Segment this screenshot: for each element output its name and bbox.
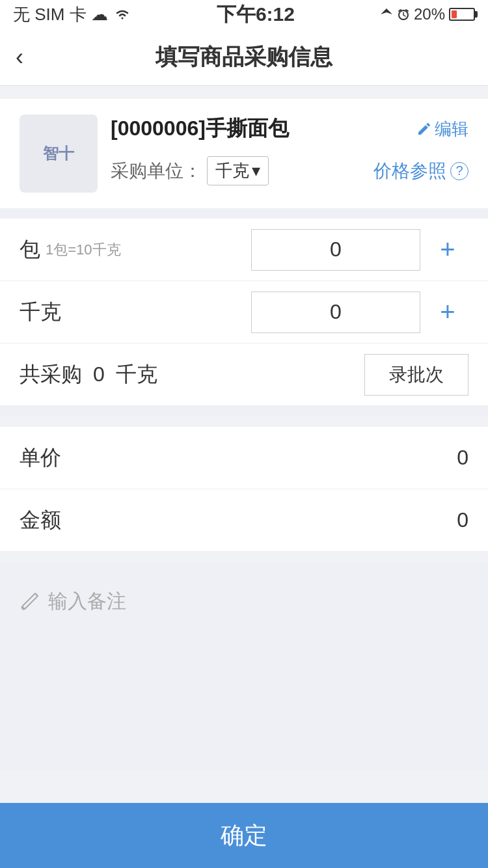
unit-value: 千克 <box>215 159 249 182</box>
unit-price-label: 单价 <box>20 444 61 472</box>
unit-price-value: 0 <box>457 446 468 470</box>
price-section: 单价 0 金额 0 <box>0 427 488 552</box>
product-logo-text: 智十 <box>43 143 74 164</box>
status-bar: 无 SIM 卡 ☁ 下午6:12 20% <box>0 0 488 29</box>
section-divider-1 <box>0 208 488 219</box>
section-divider-2 <box>0 406 488 416</box>
page-title: 填写商品采购信息 <box>156 42 332 72</box>
amount-row: 金额 0 <box>0 489 488 552</box>
location-icon <box>380 8 393 21</box>
bag-input-row: 包 1包=10千克 0 + <box>0 219 488 281</box>
bag-value-input[interactable]: 0 <box>251 229 420 271</box>
product-name-row: [0000006]手撕面包 编辑 <box>111 115 468 143</box>
status-time: 下午6:12 <box>217 1 295 28</box>
note-placeholder: 输入备注 <box>48 588 126 615</box>
bag-label: 包 <box>20 236 40 264</box>
price-ref-link[interactable]: 价格参照 ? <box>373 159 468 183</box>
purchase-unit-row: 采购单位： 千克 ▾ 价格参照 ? <box>111 156 468 185</box>
edit-icon <box>416 121 432 137</box>
bag-plus-button[interactable]: + <box>427 229 468 271</box>
amount-label: 金额 <box>20 506 61 535</box>
nav-bar: ‹ 填写商品采购信息 <box>0 29 488 86</box>
unit-label: 采购单位： <box>111 159 202 183</box>
product-name: [0000006]手撕面包 <box>111 115 289 143</box>
product-thumbnail: 智十 <box>20 115 98 193</box>
kg-label: 千克 <box>20 298 61 327</box>
amount-value: 0 <box>457 508 468 532</box>
summary-prefix: 共采购 <box>20 362 82 386</box>
confirm-button[interactable]: 确定 <box>0 803 488 868</box>
input-section: 包 1包=10千克 0 + 千克 0 + 共采购 0 千克 录批次 <box>0 219 488 406</box>
kg-input-row: 千克 0 + <box>0 281 488 344</box>
battery-percent: 20% <box>414 5 445 23</box>
batch-button[interactable]: 录批次 <box>364 354 468 396</box>
back-button[interactable]: ‹ <box>16 44 23 71</box>
status-right: 20% <box>380 5 475 23</box>
bag-sub-label: 1包=10千克 <box>46 240 121 260</box>
status-left: 无 SIM 卡 ☁ <box>13 3 131 26</box>
bottom-spacer <box>0 640 488 770</box>
price-ref-info-icon: ? <box>450 162 468 180</box>
note-section[interactable]: 输入备注 <box>0 562 488 640</box>
unit-price-row: 单价 0 <box>0 427 488 489</box>
summary-row: 共采购 0 千克 录批次 <box>0 344 488 406</box>
unit-dropdown[interactable]: 千克 ▾ <box>207 156 269 185</box>
product-info: [0000006]手撕面包 编辑 采购单位： 千克 ▾ 价格参照 ? <box>111 115 468 185</box>
kg-input-control: 0 + <box>61 292 468 333</box>
alarm-icon <box>397 8 410 21</box>
summary-value: 0 <box>93 362 105 386</box>
dropdown-arrow-icon: ▾ <box>252 161 260 181</box>
signal-text: 无 SIM 卡 ☁ <box>13 3 108 26</box>
kg-plus-button[interactable]: + <box>427 292 468 333</box>
summary-text: 共采购 0 千克 <box>20 360 157 389</box>
bag-input-control: 0 + <box>121 229 468 271</box>
product-card: 智十 [0000006]手撕面包 编辑 采购单位： 千克 ▾ 价格参照 ? <box>0 99 488 208</box>
pencil-icon <box>20 591 40 612</box>
price-ref-label: 价格参照 <box>373 159 446 183</box>
summary-unit: 千克 <box>116 362 157 386</box>
kg-value-input[interactable]: 0 <box>251 292 420 333</box>
battery-icon <box>449 8 475 21</box>
edit-link[interactable]: 编辑 <box>416 118 468 141</box>
wifi-icon <box>113 8 131 21</box>
edit-label[interactable]: 编辑 <box>435 118 468 141</box>
